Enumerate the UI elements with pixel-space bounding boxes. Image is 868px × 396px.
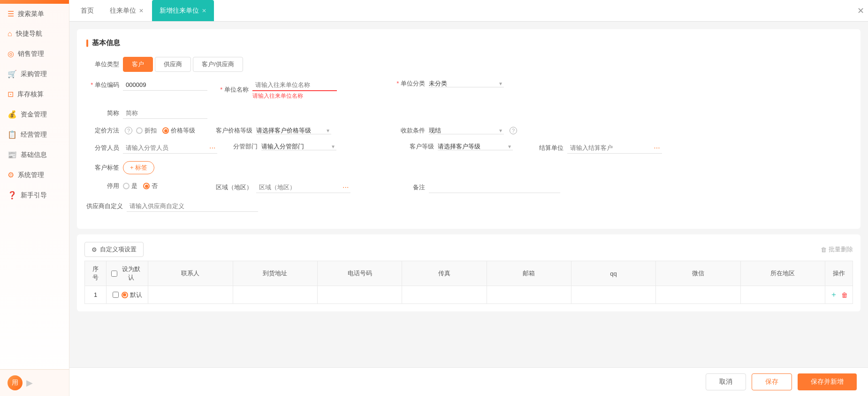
finance-icon: 💰 — [8, 110, 17, 119]
region-input[interactable] — [256, 182, 341, 193]
unit-name-group: 单位名称 请输入往来单位名称 — [216, 79, 385, 100]
window-close-button[interactable]: ✕ — [857, 6, 864, 16]
sidebar-item-label: 基础信息 — [21, 151, 47, 159]
department-group: 分管部门 请输入分管部门 — [225, 142, 394, 151]
save-button[interactable]: 保存 — [752, 373, 792, 390]
row-email[interactable] — [487, 286, 571, 304]
tab-partners[interactable]: 往来单位 ✕ — [102, 0, 151, 21]
unit-name-input[interactable] — [252, 79, 337, 91]
row-qq[interactable] — [571, 286, 655, 304]
type-btn-supplier[interactable]: 供应商 — [155, 57, 191, 72]
sidebar-item-basic-info[interactable]: 📰 基础信息 — [0, 145, 69, 165]
sidebar-item-operations[interactable]: 📋 经营管理 — [0, 124, 69, 145]
sidebar-item-purchase[interactable]: 🛒 采购管理 — [0, 64, 69, 84]
region-label: 区域（地区） — [216, 183, 252, 192]
section-title-text: 基本信息 — [92, 39, 120, 47]
default-radio-circle — [122, 292, 128, 298]
contact-input[interactable] — [153, 291, 228, 298]
sidebar-item-inventory[interactable]: ⊡ 库存核算 — [0, 84, 69, 104]
department-label: 分管部门 — [225, 142, 258, 151]
manager-more-btn[interactable]: ··· — [207, 144, 217, 152]
unit-code-input[interactable] — [123, 79, 207, 91]
sidebar-item-search[interactable]: ☰ 搜索菜单 — [0, 4, 69, 24]
unit-code-group: 单位编码 — [86, 79, 208, 91]
section-title: 基本信息 — [86, 39, 851, 47]
pricing-radio-level[interactable]: 价格等级 — [162, 126, 195, 135]
manager-row: 分管人员 ··· 分管部门 请输入分管部门 客户等级 — [86, 142, 851, 154]
tab-partners-close-icon[interactable]: ✕ — [139, 8, 144, 14]
row-address[interactable] — [233, 286, 317, 304]
add-tag-btn[interactable]: + 标签 — [123, 161, 154, 174]
phone-input[interactable] — [322, 291, 397, 298]
department-select[interactable]: 请输入分管部门 — [261, 143, 336, 150]
settlement-unit-input[interactable] — [567, 142, 652, 153]
sidebar-item-sales[interactable]: ◎ 销售管理 — [0, 44, 69, 64]
tab-home[interactable]: 首页 — [73, 0, 101, 21]
fax-input[interactable] — [407, 291, 481, 298]
row-default-radio[interactable]: 默认 — [122, 291, 142, 299]
settings-icon: ⚙ — [91, 246, 97, 253]
email-input[interactable] — [492, 291, 566, 298]
pricing-help-icon[interactable]: ? — [125, 127, 132, 134]
disabled-label: 停用 — [86, 182, 119, 190]
batch-delete-label: 批量删除 — [829, 245, 853, 254]
inventory-icon: ⊡ — [8, 90, 14, 99]
operations-icon: 📋 — [8, 130, 17, 139]
unit-category-select[interactable]: 未分类 — [429, 80, 504, 87]
customer-level-select[interactable]: 请选择客户等级 — [438, 143, 513, 150]
sidebar-item-finance[interactable]: 💰 资金管理 — [0, 104, 69, 124]
supplier-custom-input[interactable] — [127, 201, 258, 212]
sidebar-item-system[interactable]: ⚙ 系统管理 — [0, 165, 69, 185]
tab-new-partner[interactable]: 新增往来单位 ✕ — [152, 0, 214, 21]
sidebar-top-bar — [0, 0, 69, 4]
row-checkbox[interactable] — [113, 292, 119, 298]
manager-input[interactable] — [123, 142, 207, 153]
disabled-no[interactable]: 否 — [143, 182, 158, 190]
save-new-button[interactable]: 保存并新增 — [798, 373, 857, 390]
table-toolbar: ⚙ 自定义项设置 🗑 批量删除 — [84, 242, 853, 257]
disabled-yes[interactable]: 是 — [123, 182, 137, 190]
supplier-custom-label: 供应商自定义 — [86, 202, 123, 210]
region-more-btn[interactable]: ··· — [341, 183, 350, 192]
col-wechat: 微信 — [656, 261, 740, 286]
row-wechat[interactable] — [656, 286, 740, 304]
settlement-more-btn[interactable]: ··· — [652, 144, 662, 152]
row-default-cell: 默认 — [107, 286, 148, 304]
sidebar-item-quick-nav[interactable]: ⌂ 快捷导航 — [0, 24, 69, 44]
delete-row-btn[interactable]: 🗑 — [841, 291, 848, 299]
sidebar-item-guide[interactable]: ❓ 新手引导 — [0, 185, 69, 205]
tab-new-partner-close-icon[interactable]: ✕ — [202, 8, 206, 14]
price-level-select[interactable]: 请选择客户价格等级 — [256, 127, 331, 134]
customer-price-level-group: 客户价格等级 请选择客户价格等级 — [216, 126, 385, 135]
pricing-radio-discount[interactable]: 折扣 — [136, 126, 157, 135]
sidebar-expand-icon[interactable]: ▶ — [26, 378, 33, 388]
wechat-input[interactable] — [661, 291, 735, 298]
payment-terms-label: 收款条件 — [392, 126, 425, 135]
payment-terms-select-wrapper: 现结 — [429, 127, 504, 134]
row-location[interactable] — [740, 286, 825, 304]
batch-delete-button[interactable]: 🗑 批量删除 — [821, 245, 853, 254]
add-row-btn[interactable]: ＋ — [830, 290, 838, 300]
sales-icon: ◎ — [8, 49, 14, 58]
select-all-checkbox[interactable] — [111, 271, 117, 277]
action-bar: 取消 保存 保存并新增 — [69, 367, 868, 396]
col-phone: 电话号码 — [317, 261, 402, 286]
short-name-input[interactable] — [123, 108, 207, 119]
row-fax[interactable] — [402, 286, 487, 304]
type-btn-both[interactable]: 客户/供应商 — [193, 57, 243, 72]
payment-help-icon[interactable]: ? — [510, 127, 517, 134]
guide-icon: ❓ — [8, 191, 17, 200]
type-btn-customer[interactable]: 客户 — [123, 57, 153, 72]
cancel-button[interactable]: 取消 — [706, 373, 746, 390]
location-input[interactable] — [746, 291, 820, 298]
payment-terms-select[interactable]: 现结 — [429, 127, 504, 134]
qq-input[interactable] — [576, 291, 651, 298]
row-contact[interactable] — [148, 286, 233, 304]
manager-input-wrapper: ··· — [123, 142, 217, 154]
remarks-input[interactable] — [429, 182, 560, 193]
region-group: 区域（地区） ··· — [216, 182, 385, 193]
row-phone[interactable] — [317, 286, 402, 304]
custom-settings-button[interactable]: ⚙ 自定义项设置 — [84, 242, 144, 257]
address-input[interactable] — [238, 291, 312, 298]
disabled-no-label: 否 — [152, 182, 158, 190]
